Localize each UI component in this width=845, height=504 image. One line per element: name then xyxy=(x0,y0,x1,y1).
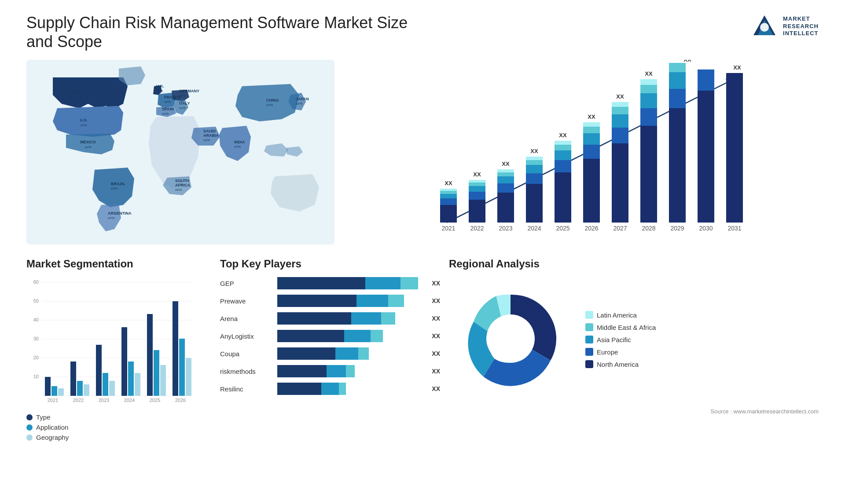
regional-color-asia-pacific xyxy=(585,336,593,343)
svg-text:2030: 2030 xyxy=(699,225,713,232)
regional-color-europe xyxy=(585,348,593,356)
svg-text:30: 30 xyxy=(33,336,39,341)
svg-text:CANADA: CANADA xyxy=(69,89,86,94)
svg-rect-48 xyxy=(469,183,485,186)
svg-text:xx%: xx% xyxy=(266,103,273,107)
svg-text:2022: 2022 xyxy=(73,398,84,403)
svg-rect-97 xyxy=(669,63,686,72)
svg-rect-59 xyxy=(526,184,543,223)
bottom-section: Market Segmentation 60 50 40 30 20 10 xyxy=(26,258,819,444)
logo-line3: INTELLECT xyxy=(783,30,819,37)
svg-rect-83 xyxy=(612,107,628,114)
svg-rect-62 xyxy=(526,160,543,165)
svg-text:xx%: xx% xyxy=(162,112,169,116)
svg-text:ARGENTINA: ARGENTINA xyxy=(108,211,132,215)
svg-rect-140 xyxy=(179,339,185,396)
svg-rect-132 xyxy=(128,362,134,396)
svg-rect-81 xyxy=(612,128,628,143)
svg-rect-101 xyxy=(698,69,714,91)
regional-label-north-america: North America xyxy=(597,361,639,368)
svg-text:2021: 2021 xyxy=(48,398,58,403)
player-name-arena: Arena xyxy=(220,315,273,322)
player-bar-wrap-coupa xyxy=(277,347,424,360)
svg-text:xx%: xx% xyxy=(179,106,186,110)
svg-rect-68 xyxy=(555,150,571,160)
seg-legend: Type Application Geography xyxy=(26,413,211,441)
svg-text:2021: 2021 xyxy=(441,225,455,232)
svg-text:U.S.: U.S. xyxy=(80,118,88,122)
regional-legend-north-america: North America xyxy=(585,360,656,368)
page-container: Supply Chain Risk Management Software Ma… xyxy=(0,0,845,504)
svg-text:xx%: xx% xyxy=(164,100,171,104)
bar-chart-container: 2021 XX 2022 XX 2023 XX xyxy=(352,60,819,245)
svg-text:xx%: xx% xyxy=(296,102,302,106)
svg-rect-119 xyxy=(45,377,51,396)
svg-rect-45 xyxy=(469,200,485,223)
player-name-coupa: Coupa xyxy=(220,350,273,358)
svg-text:2023: 2023 xyxy=(499,225,512,232)
svg-rect-46 xyxy=(469,192,485,200)
regional-label-asia-pacific: Asia Pacific xyxy=(597,336,631,343)
svg-rect-55 xyxy=(497,172,514,176)
player-row-arena: Arena XX xyxy=(220,312,440,325)
svg-text:xx%: xx% xyxy=(156,89,163,93)
svg-rect-94 xyxy=(669,108,686,223)
svg-rect-127 xyxy=(96,345,102,396)
svg-rect-124 xyxy=(77,381,83,396)
svg-rect-121 xyxy=(58,388,64,396)
svg-rect-53 xyxy=(497,183,514,193)
logo-container: MARKET RESEARCH INTELLECT xyxy=(751,13,819,40)
logo-line2: RESEARCH xyxy=(783,23,819,30)
key-players-title: Top Key Players xyxy=(220,258,440,270)
svg-text:BRAZIL: BRAZIL xyxy=(111,182,125,186)
svg-rect-129 xyxy=(109,381,115,396)
regional-container: Regional Analysis xyxy=(449,258,819,415)
svg-rect-135 xyxy=(147,314,153,396)
player-name-riskmethods: riskmethods xyxy=(220,368,273,375)
legend-item-type: Type xyxy=(26,413,211,421)
segmentation-title: Market Segmentation xyxy=(26,258,211,270)
svg-text:2023: 2023 xyxy=(99,398,109,403)
donut-svg xyxy=(449,277,572,400)
legend-dot-geography xyxy=(26,435,33,441)
svg-rect-136 xyxy=(154,350,159,396)
svg-rect-89 xyxy=(640,93,657,108)
svg-text:2026: 2026 xyxy=(175,398,186,403)
player-name-gep: GEP xyxy=(220,280,273,287)
svg-text:XX: XX xyxy=(588,113,595,120)
svg-rect-131 xyxy=(121,327,127,396)
svg-rect-61 xyxy=(526,165,543,173)
svg-text:xx%: xx% xyxy=(84,145,91,149)
donut-chart xyxy=(449,277,572,402)
player-row-gep: GEP XX xyxy=(220,277,440,289)
svg-rect-95 xyxy=(669,89,686,108)
player-name-anylogistix: AnyLogistix xyxy=(220,332,273,340)
player-bar-wrap-resilinc xyxy=(277,383,424,395)
player-xx-arena: XX xyxy=(432,315,440,322)
svg-text:2025: 2025 xyxy=(556,225,569,232)
svg-text:60: 60 xyxy=(33,279,39,285)
regional-legend-middle-east: Middle East & Africa xyxy=(585,323,656,331)
regional-legend-latin-america: Latin America xyxy=(585,311,656,319)
svg-text:xx%: xx% xyxy=(234,145,241,149)
svg-text:2024: 2024 xyxy=(527,225,541,232)
svg-point-143 xyxy=(486,314,535,363)
legend-item-geography: Geography xyxy=(26,434,211,441)
svg-text:2027: 2027 xyxy=(613,225,627,232)
svg-text:XX: XX xyxy=(645,70,653,77)
world-map-svg: CANADA xx% U.S. xx% MEXICO xx% U.K. xx% … xyxy=(26,60,334,245)
svg-rect-73 xyxy=(583,159,600,223)
legend-label-geography: Geography xyxy=(36,434,69,441)
logo-line1: MARKET xyxy=(783,15,819,23)
player-bar-wrap-riskmethods xyxy=(277,365,424,377)
svg-rect-139 xyxy=(173,301,178,396)
regional-title: Regional Analysis xyxy=(449,258,819,270)
regional-inner: Latin America Middle East & Africa Asia … xyxy=(449,277,819,402)
svg-text:2029: 2029 xyxy=(670,225,684,232)
svg-text:50: 50 xyxy=(33,298,39,303)
svg-text:FRANCE: FRANCE xyxy=(164,95,181,99)
svg-rect-87 xyxy=(640,126,657,223)
svg-text:XX: XX xyxy=(559,132,567,139)
svg-text:GERMANY: GERMANY xyxy=(179,89,199,93)
svg-rect-56 xyxy=(497,169,514,172)
